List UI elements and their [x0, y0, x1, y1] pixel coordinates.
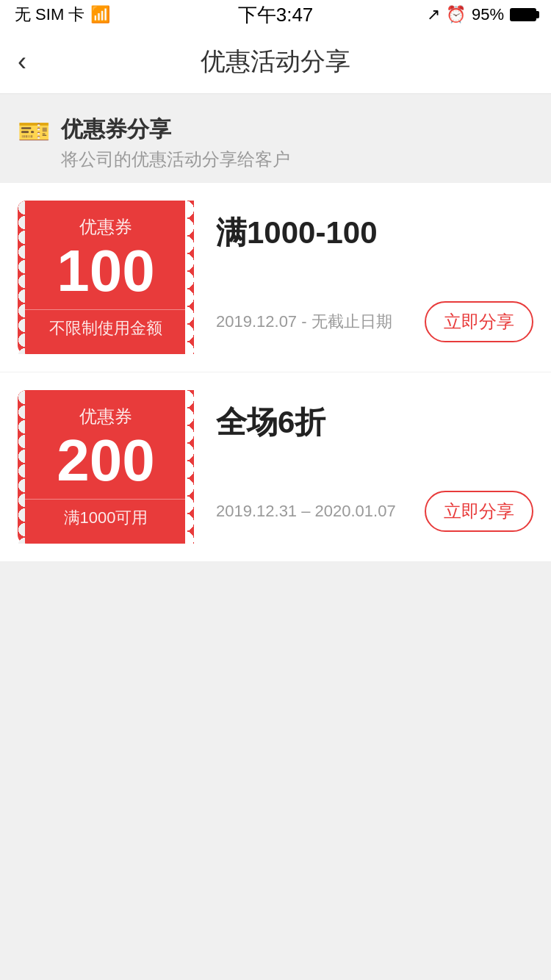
coupon-right-2: 全场6折 2019.12.31 – 2020.01.07 立即分享 [194, 390, 533, 544]
status-time: 下午3:47 [238, 2, 314, 28]
empty-space [0, 561, 551, 929]
section-icon: 🎫 [18, 116, 51, 147]
coupon-left-2: 优惠券 200 满1000可用 [18, 390, 194, 544]
share-button-2[interactable]: 立即分享 [425, 491, 533, 532]
share-button-1[interactable]: 立即分享 [425, 301, 533, 342]
section-subtitle: 将公司的优惠活动分享给客户 [61, 148, 290, 171]
coupon-divider-2 [25, 499, 187, 500]
battery-percent: 95% [472, 5, 504, 24]
battery-icon [510, 8, 536, 21]
back-icon: ‹ [18, 46, 26, 77]
coupon-value-2: 200 [57, 431, 154, 490]
coupon-condition-2: 满1000可用 [64, 507, 148, 529]
coupon-meta-1: 2019.12.07 - 无截止日期 立即分享 [216, 301, 533, 342]
coupon-divider-1 [25, 309, 187, 310]
coupon-name-1: 满1000-100 [216, 212, 533, 253]
section-header: 🎫 优惠券分享 将公司的优惠活动分享给客户 [0, 94, 551, 183]
coupon-label-1: 优惠券 [79, 215, 132, 239]
status-left: 无 SIM 卡 📶 [15, 4, 110, 26]
nav-bar: ‹ 优惠活动分享 [0, 29, 551, 94]
carrier-text: 无 SIM 卡 [15, 4, 84, 26]
coupon-name-2: 全场6折 [216, 402, 533, 443]
coupon-value-1: 100 [57, 242, 154, 300]
coupon-list: 优惠券 100 不限制使用金额 满1000-100 2019.12.07 - 无… [0, 183, 551, 561]
coupon-date-1: 2019.12.07 - 无截止日期 [216, 311, 392, 333]
location-icon: ↗ [427, 5, 440, 24]
section-title: 优惠券分享 [61, 115, 290, 145]
back-button[interactable]: ‹ [18, 46, 26, 77]
coupon-right-1: 满1000-100 2019.12.07 - 无截止日期 立即分享 [194, 201, 533, 354]
coupon-label-2: 优惠券 [79, 405, 132, 428]
coupon-meta-2: 2019.12.31 – 2020.01.07 立即分享 [216, 491, 533, 532]
section-text: 优惠券分享 将公司的优惠活动分享给客户 [61, 115, 290, 171]
alarm-icon: ⏰ [446, 5, 466, 24]
coupon-condition-1: 不限制使用金额 [49, 317, 162, 339]
coupon-date-2: 2019.12.31 – 2020.01.07 [216, 502, 396, 521]
coupon-item: 优惠券 100 不限制使用金额 满1000-100 2019.12.07 - 无… [0, 183, 551, 372]
status-right: ↗ ⏰ 95% [427, 5, 536, 24]
coupon-item: 优惠券 200 满1000可用 全场6折 2019.12.31 – 2020.0… [0, 372, 551, 561]
page-title: 优惠活动分享 [201, 45, 350, 79]
wifi-icon: 📶 [90, 5, 110, 24]
status-bar: 无 SIM 卡 📶 下午3:47 ↗ ⏰ 95% [0, 0, 551, 29]
coupon-left-1: 优惠券 100 不限制使用金额 [18, 201, 194, 354]
